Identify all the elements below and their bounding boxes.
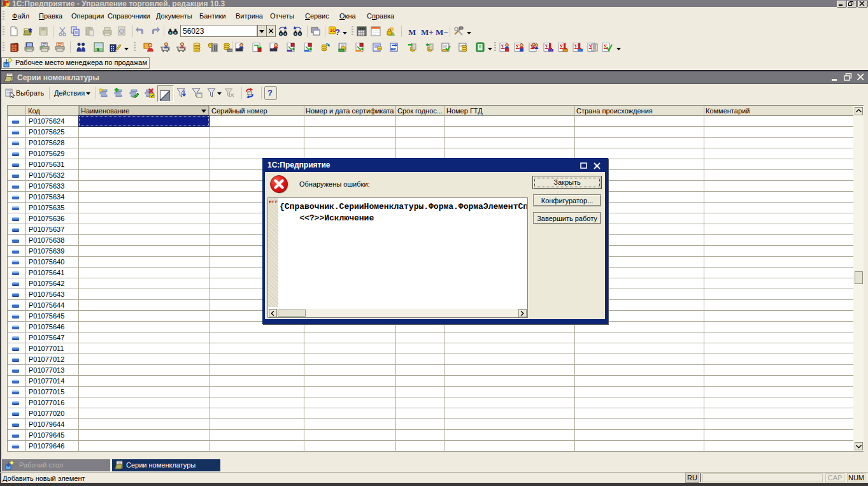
svg-text:Σ: Σ xyxy=(501,43,506,50)
svg-text:Σ: Σ xyxy=(604,43,608,50)
svg-text:Σ: Σ xyxy=(516,43,520,50)
svg-text:$: $ xyxy=(97,47,99,52)
svg-text:?: ? xyxy=(335,27,340,36)
